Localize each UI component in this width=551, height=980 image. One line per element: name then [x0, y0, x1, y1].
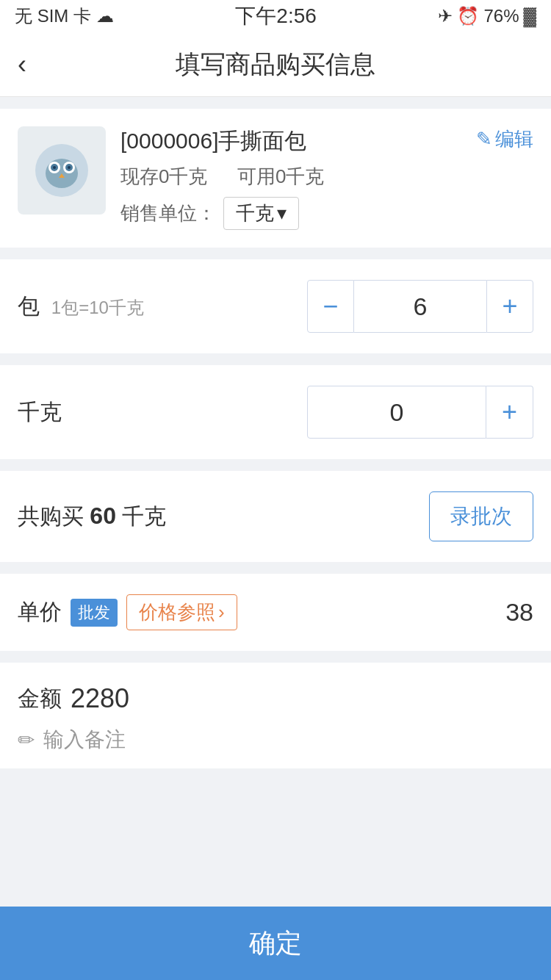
- price-left: 单价 批发 价格参照 ›: [18, 594, 237, 630]
- kg-row: 千克 +: [18, 365, 533, 459]
- battery-icon: ▓: [524, 6, 537, 26]
- nav-icon: ✈: [438, 6, 453, 26]
- product-image: [18, 126, 106, 215]
- price-type-tag: 批发: [71, 599, 118, 627]
- note-icon: ✏: [18, 728, 35, 752]
- back-button[interactable]: ‹: [18, 49, 26, 80]
- quantity-bao-section: 包 1包=10千克 − +: [0, 259, 551, 353]
- price-ref-label: 价格参照: [139, 599, 215, 625]
- batch-button[interactable]: 录批次: [429, 491, 533, 541]
- price-ref-chevron: ›: [218, 601, 225, 624]
- total-amount: 60: [90, 502, 116, 529]
- kg-label: 千克: [18, 397, 62, 428]
- bao-label-group: 包 1包=10千克: [18, 292, 144, 322]
- confirm-button[interactable]: 确定: [0, 907, 551, 980]
- product-card: [0000006]手撕面包 现存0千克 可用0千克 销售单位： 千克 ▾ ✎ 编…: [0, 109, 551, 248]
- price-section: 单价 批发 价格参照 › 38: [0, 574, 551, 651]
- bao-qty-control: − +: [307, 280, 533, 333]
- alarm-icon: ⏰: [457, 6, 479, 26]
- unit-label: 销售单位：: [120, 201, 216, 226]
- status-left: 无 SIM 卡 ☁: [15, 4, 114, 28]
- edit-icon: ✎: [476, 128, 492, 151]
- svg-point-6: [53, 166, 56, 169]
- product-stock: 现存0千克 可用0千克: [120, 164, 533, 190]
- nav-bar: ‹ 填写商品购买信息: [0, 32, 551, 97]
- kg-qty-control: +: [307, 386, 533, 439]
- total-unit: 千克: [122, 504, 166, 528]
- page-title: 填写商品购买信息: [176, 48, 375, 82]
- total-text: 共购买 60 千克: [18, 502, 166, 532]
- kg-plus-button[interactable]: +: [486, 386, 533, 439]
- amount-row: 金额 2280: [18, 683, 533, 714]
- quantity-kg-section: 千克 +: [0, 353, 551, 459]
- total-section: 共购买 60 千克 录批次: [0, 471, 551, 562]
- bao-row: 包 1包=10千克 − +: [18, 259, 533, 353]
- bao-minus-button[interactable]: −: [307, 280, 354, 333]
- note-row[interactable]: ✏ 输入备注: [18, 726, 533, 754]
- status-time: 下午2:56: [235, 2, 317, 30]
- stock-text: 现存0千克: [120, 165, 207, 187]
- product-info: [0000006]手撕面包 现存0千克 可用0千克 销售单位： 千克 ▾: [120, 126, 533, 230]
- price-value: 38: [505, 598, 533, 627]
- owl-logo: [32, 141, 91, 200]
- bao-qty-input[interactable]: [354, 280, 486, 333]
- edit-button[interactable]: ✎ 编辑: [476, 126, 533, 152]
- available-text: 可用0千克: [237, 165, 324, 187]
- sim-label: 无 SIM 卡 ☁: [15, 4, 114, 28]
- total-prefix: 共购买: [18, 504, 84, 528]
- edit-label: 编辑: [495, 126, 533, 152]
- product-name: [0000006]手撕面包: [120, 126, 533, 156]
- unit-value: 千克: [236, 201, 274, 226]
- bao-plus-button[interactable]: +: [486, 280, 533, 333]
- price-ref-button[interactable]: 价格参照 ›: [126, 594, 237, 630]
- unit-dropdown-icon: ▾: [277, 202, 287, 225]
- amount-label: 金额: [18, 684, 62, 714]
- bao-sublabel: 1包=10千克: [51, 298, 144, 317]
- price-label: 单价: [18, 597, 62, 627]
- battery-label: 76%: [483, 6, 519, 26]
- svg-point-7: [68, 166, 71, 169]
- unit-select[interactable]: 千克 ▾: [223, 197, 299, 230]
- amount-value: 2280: [71, 683, 129, 714]
- kg-qty-input[interactable]: [307, 386, 486, 439]
- status-bar: 无 SIM 卡 ☁ 下午2:56 ✈ ⏰ 76% ▓: [0, 0, 551, 32]
- product-unit-row: 销售单位： 千克 ▾: [120, 197, 533, 230]
- status-right: ✈ ⏰ 76% ▓: [438, 6, 536, 26]
- bao-label: 包: [18, 294, 40, 318]
- note-placeholder: 输入备注: [43, 726, 126, 754]
- amount-section: 金额 2280 ✏ 输入备注: [0, 663, 551, 768]
